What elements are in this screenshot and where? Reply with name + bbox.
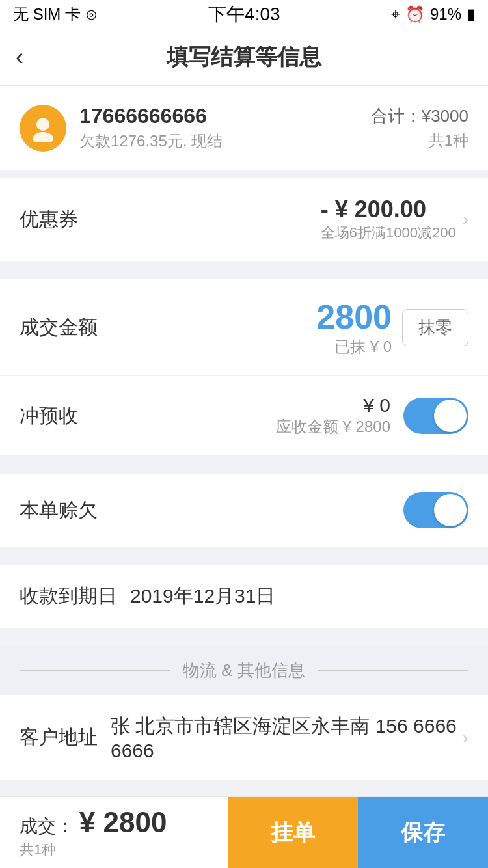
customer-sub: 欠款1276.35元, 现结 xyxy=(79,131,223,152)
content-area: 17666666666 欠款1276.35元, 现结 合计：¥3000 共1种 … xyxy=(0,86,488,868)
section-gap-3 xyxy=(0,554,488,565)
bottom-deal-label: 成交： xyxy=(20,816,74,836)
bottom-summary: 成交： ¥ 2800 共1种 xyxy=(0,806,228,860)
avatar-icon xyxy=(29,114,57,142)
back-button[interactable]: ‹ xyxy=(16,44,23,71)
pre-collect-right: ¥ 0 应收金额 ¥ 2800 xyxy=(276,394,468,437)
pre-collect-row: 冲预收 ¥ 0 应收金额 ¥ 2800 xyxy=(0,376,488,455)
due-date-label: 收款到期日 xyxy=(20,583,117,610)
svg-point-0 xyxy=(36,118,49,131)
total-label: 合计：¥3000 xyxy=(371,105,468,128)
form-section: 成交金额 2800 已抹 ¥ 0 抹零 冲预收 ¥ 0 应收金额 ¥ 2800 xyxy=(0,279,488,455)
customer-left: 17666666666 欠款1276.35元, 现结 xyxy=(20,104,223,152)
bottom-deal-count: 共1种 xyxy=(20,840,208,860)
coupon-right: - ¥ 200.00 全场6折满1000减200 › xyxy=(321,196,468,243)
status-time: 下午4:03 xyxy=(208,2,280,27)
coupon-row[interactable]: 优惠券 - ¥ 200.00 全场6折满1000减200 › xyxy=(0,178,488,261)
address-value: 张 北京市市辖区海淀区永丰南 156 6666 6666 xyxy=(111,713,463,762)
customer-info: 17666666666 欠款1276.35元, 现结 xyxy=(79,104,223,152)
page-title: 填写结算等信息 xyxy=(167,42,321,72)
chevron-right-icon: › xyxy=(463,209,468,230)
section-gap-1 xyxy=(0,269,488,279)
coupon-desc: 全场6折满1000减200 xyxy=(321,223,456,243)
debt-toggle[interactable] xyxy=(403,492,468,528)
coupon-amount: - ¥ 200.00 xyxy=(321,196,456,223)
pre-collect-toggle[interactable] xyxy=(403,398,468,434)
debt-label: 本单赊欠 xyxy=(20,497,98,524)
due-date-row: 收款到期日 2019年12月31日 xyxy=(0,565,488,628)
address-label: 客户地址 xyxy=(20,724,98,751)
section-gap-2 xyxy=(0,463,488,474)
deal-amount-label: 成交金额 xyxy=(20,314,98,341)
divider-line-right xyxy=(318,670,468,671)
address-row[interactable]: 客户地址 张 北京市市辖区海淀区永丰南 156 6666 6666 › xyxy=(0,695,488,780)
bottom-deal-line: 成交： ¥ 2800 xyxy=(20,806,208,839)
total-count: 共1种 xyxy=(371,130,468,151)
clock-icon: ⏰ xyxy=(405,5,425,23)
deal-amount-value: 2800 xyxy=(316,297,392,336)
address-chevron-icon: › xyxy=(463,727,468,748)
avatar xyxy=(20,105,66,152)
nav-bar: ‹ 填写结算等信息 xyxy=(0,29,488,86)
bottom-bar: 成交： ¥ 2800 共1种 挂单 保存 xyxy=(0,796,488,868)
pre-amount: ¥ 0 xyxy=(276,394,390,416)
section-gap-4 xyxy=(0,636,488,646)
svg-point-1 xyxy=(33,132,53,142)
save-button[interactable]: 保存 xyxy=(358,797,488,869)
customer-phone: 17666666666 xyxy=(79,104,223,128)
status-right: ⌖ ⏰ 91% ▮ xyxy=(391,5,475,23)
divider-line-left xyxy=(20,670,170,671)
section-divider: 物流 & 其他信息 xyxy=(0,646,488,695)
round-zero-button[interactable]: 抹零 xyxy=(402,309,468,346)
pre-text-block: ¥ 0 应收金额 ¥ 2800 xyxy=(276,394,390,437)
location-icon: ⌖ xyxy=(391,5,400,23)
status-left: 无 SIM 卡 ⊙ xyxy=(13,4,98,25)
sim-status: 无 SIM 卡 ⊙ xyxy=(13,4,98,25)
hang-button[interactable]: 挂单 xyxy=(228,797,358,869)
deal-amount-right: 2800 已抹 ¥ 0 抹零 xyxy=(316,297,468,357)
battery-level: 91% xyxy=(430,5,461,23)
pre-collect-label: 冲预收 xyxy=(20,403,78,429)
status-bar: 无 SIM 卡 ⊙ 下午4:03 ⌖ ⏰ 91% ▮ xyxy=(0,0,488,29)
debt-row: 本单赊欠 xyxy=(0,474,488,547)
toggle-thumb-1 xyxy=(434,400,467,432)
customer-right: 合计：¥3000 共1种 xyxy=(371,105,468,151)
customer-card: 17666666666 欠款1276.35元, 现结 合计：¥3000 共1种 xyxy=(0,86,488,170)
toggle-thumb-2 xyxy=(434,494,467,526)
divider-text: 物流 & 其他信息 xyxy=(183,659,305,682)
battery-icon: ▮ xyxy=(467,5,475,23)
bottom-deal-amount: ¥ 2800 xyxy=(79,806,167,838)
coupon-label: 优惠券 xyxy=(20,206,78,233)
due-date-value: 2019年12月31日 xyxy=(130,583,275,610)
deal-amount-row: 成交金额 2800 已抹 ¥ 0 抹零 xyxy=(0,279,488,376)
deal-amount-sub: 已抹 ¥ 0 xyxy=(316,336,392,357)
pre-sub: 应收金额 ¥ 2800 xyxy=(276,416,390,437)
